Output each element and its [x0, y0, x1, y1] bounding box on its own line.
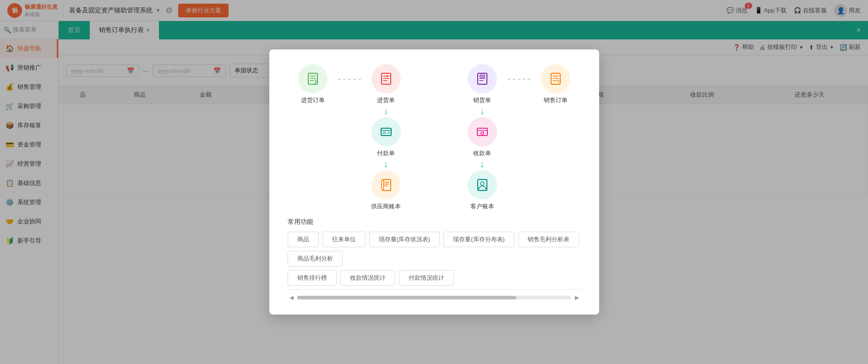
svg-rect-2	[478, 73, 487, 84]
node-receipt-slip: 收款单	[468, 117, 497, 158]
purchase-slip-icon	[371, 64, 401, 93]
supplier-ledger-label: 供应商账本	[371, 202, 401, 211]
func-btn-products[interactable]: 商品	[288, 232, 319, 247]
node-customer-ledger: 客户账本	[468, 170, 497, 211]
svg-rect-6	[383, 132, 386, 134]
purchase-slip-label: 进货单	[377, 96, 395, 104]
arrow-2	[508, 79, 530, 80]
sales-order-icon	[541, 64, 570, 93]
func-btn-sales-margin[interactable]: 销售毛利分析表	[518, 232, 579, 247]
modal-overlay[interactable]: 进货订单 进货单	[0, 0, 868, 364]
function-buttons-row-1: 商品 往来单位 现存量(库存状况表) 现存量(库存分布表) 销售毛利分析表 商品…	[288, 232, 581, 266]
payment-slip-label: 付款单	[377, 149, 395, 158]
arrow-1	[338, 79, 361, 80]
func-btn-collection-stats[interactable]: 收款情况统计	[340, 270, 395, 286]
func-btn-sales-rank[interactable]: 销售排行榜	[288, 270, 337, 286]
modal: 进货订单 进货单	[269, 49, 599, 315]
node-purchase-order: 进货订单	[298, 64, 328, 104]
node-supplier-ledger: 供应商账本	[371, 170, 401, 211]
flow-row-4: ↓ ↓	[288, 158, 581, 170]
purchase-order-icon	[298, 64, 328, 93]
func-btn-partners[interactable]: 往来单位	[322, 232, 366, 247]
customer-ledger-label: 客户账本	[470, 202, 494, 211]
common-functions-title: 常用功能	[288, 218, 581, 226]
sales-order-label: 销售订单	[544, 96, 568, 104]
function-buttons-row-2: 销售排行榜 收款情况统计 付款情况统计	[288, 270, 581, 286]
func-btn-payment-stats[interactable]: 付款情况统计	[399, 270, 454, 286]
node-sales-slip: 销货单	[468, 64, 497, 104]
node-sales-order: 销售订单	[541, 64, 570, 104]
node-payment-slip: 付款单	[371, 117, 401, 158]
svg-rect-11	[478, 179, 487, 190]
func-btn-product-margin[interactable]: 商品毛利分析	[288, 251, 343, 266]
supplier-ledger-icon	[371, 170, 401, 200]
scroll-left-button[interactable]: ◀	[288, 293, 295, 302]
flow-row-3: 付款单 收款单	[288, 117, 581, 158]
down-arrow-1: ↓	[384, 106, 388, 115]
receipt-slip-label: 收款单	[473, 149, 491, 158]
svg-rect-1	[382, 73, 391, 84]
modal-scrollbar: ◀ ▶	[288, 289, 581, 305]
scroll-right-button[interactable]: ▶	[573, 293, 581, 302]
svg-point-12	[480, 182, 484, 185]
node-purchase-slip: 进货单	[371, 64, 401, 104]
down-arrow-4: ↓	[480, 159, 485, 168]
flow-row-5: 供应商账本 客户账本	[288, 170, 581, 211]
svg-rect-10	[382, 180, 383, 190]
scroll-thumb	[297, 296, 516, 299]
svg-rect-4	[551, 73, 560, 84]
receipt-slip-icon	[468, 117, 497, 147]
func-btn-stock-status[interactable]: 现存量(库存状况表)	[369, 232, 440, 247]
func-btn-stock-dist[interactable]: 现存量(库存分布表)	[443, 232, 514, 247]
scroll-track[interactable]	[297, 296, 571, 299]
svg-rect-0	[308, 73, 317, 84]
payment-slip-icon	[371, 117, 401, 147]
common-functions-section: 常用功能 商品 往来单位 现存量(库存状况表) 现存量(库存分布表) 销售毛利分…	[288, 218, 581, 286]
svg-point-8	[481, 132, 484, 135]
purchase-order-label: 进货订单	[301, 96, 325, 104]
down-arrow-3: ↓	[384, 159, 388, 168]
flow-diagram: 进货订单 进货单	[288, 64, 581, 211]
svg-rect-5	[381, 128, 391, 136]
flow-row-1: 进货订单 进货单	[288, 64, 581, 104]
customer-ledger-icon	[468, 170, 497, 200]
sales-slip-icon	[468, 64, 497, 93]
sales-slip-label: 销货单	[473, 96, 491, 104]
down-arrow-2: ↓	[480, 106, 485, 115]
flow-row-2: ↓ ↓	[288, 104, 581, 117]
